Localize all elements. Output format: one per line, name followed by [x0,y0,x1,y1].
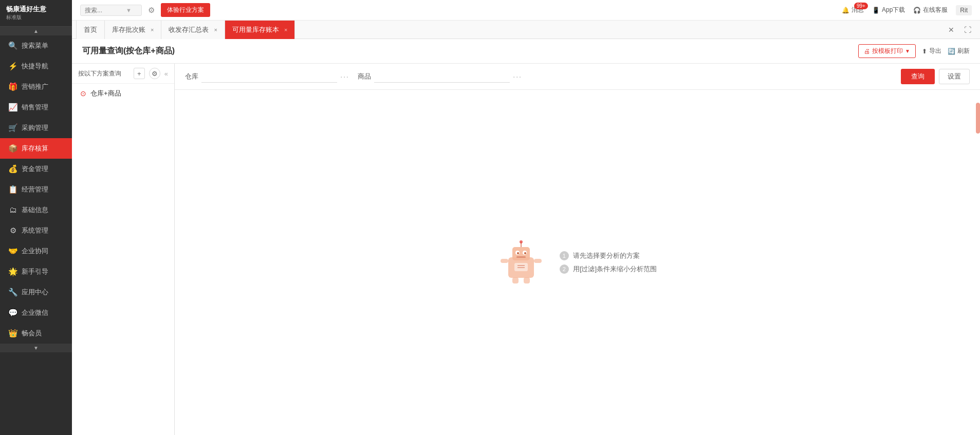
sidebar-item-system[interactable]: ⚙ 系统管理 [0,220,72,241]
warehouse-label: 仓库 [185,72,198,81]
tabs-bar: 首页库存批次账×收发存汇总表×可用量库存账本× ✕ ⛶ [72,21,980,39]
scheme-panel-title: 按以下方案查询 [78,69,130,78]
refresh-label: 刷新 [957,47,970,55]
maximize-window-btn[interactable]: ⛶ [961,24,974,36]
refresh-icon: 🔄 [948,48,955,55]
sidebar-item-wechat[interactable]: 💬 企业微信 [0,302,72,323]
tab-close-available-stock[interactable]: × [284,27,287,33]
export-icon: ⬆ [922,48,927,55]
sidebar-item-guide[interactable]: 🌟 新手引导 [0,261,72,282]
sidebar-item-sales[interactable]: 📈 销售管理 [0,97,72,118]
export-btn[interactable]: ⬆ 导出 [922,47,941,55]
tab-label-batch-account: 库存批次账 [112,25,145,34]
right-scrollbar[interactable] [976,103,980,134]
sidebar-item-basic[interactable]: 🗂 基础信息 [0,200,72,220]
notification-btn[interactable]: 🔔 消息 99+ [842,6,864,14]
gear-icon[interactable]: ⚙ [148,6,155,15]
industry-btn[interactable]: 体验行业方案 [161,3,210,17]
close-window-btn[interactable]: ✕ [945,24,957,36]
sidebar-scroll-up[interactable]: ▲ [0,27,72,35]
scheme-icon: ⊙ [80,89,86,98]
query-btn[interactable]: 查询 [901,69,935,84]
sidebar-label-guide: 新手引导 [22,267,48,276]
search-input[interactable] [85,7,126,14]
tab-batch-account[interactable]: 库存批次账× [105,21,161,39]
sidebar-item-enterprise[interactable]: 🤝 企业协同 [0,241,72,261]
tab-label-available-stock: 可用量库存账本 [232,25,279,34]
sidebar-label-marketing: 营销推广 [22,82,48,91]
empty-tips: 1 请先选择要分析的方案 2 用[过滤]条件来缩小分析范围 [560,249,657,276]
sidebar-icon-operations: 📋 [8,185,17,194]
tab-close-batch-account[interactable]: × [151,27,154,33]
add-scheme-btn[interactable]: + [134,68,145,79]
sidebar: 畅康通好生意 标准版 ▲ 🔍 搜索菜单 ⚡ 快捷导航 🎁 营销推广 📈 销售管理… [0,0,72,435]
sidebar-icon-wechat: 💬 [8,308,17,317]
content-area: 按以下方案查询 + ⚙ « ⊙ 仓库+商品 仓库 ··· [72,64,980,435]
sidebar-item-operations[interactable]: 📋 经营管理 [0,179,72,200]
product-filter: 商品 ··· [358,70,522,83]
sidebar-item-finance[interactable]: 💰 资金管理 [0,159,72,179]
main-content: ▼ ⚙ 体验行业方案 🔔 消息 99+ 📱 App下载 🎧 在线客服 Rit [72,0,980,435]
sidebar-label-member: 畅会员 [22,329,42,338]
svg-point-5 [524,252,526,254]
sidebar-icon-app-center: 🔧 [8,288,17,297]
sidebar-icon-finance: 💰 [8,164,17,174]
app-download-label: App下载 [882,6,905,14]
scheme-settings-btn[interactable]: ⚙ [149,68,160,79]
search-box[interactable]: ▼ [80,5,142,16]
user-menu-btn[interactable]: Rit [956,5,972,15]
refresh-btn[interactable]: 🔄 刷新 [948,47,970,55]
tab-label-home: 首页 [84,25,97,34]
product-picker-btn[interactable]: ··· [513,72,522,81]
template-print-btn[interactable]: 🖨 按模板打印 ▼ [858,44,916,58]
chevron-down-icon-print: ▼ [905,48,910,54]
sidebar-item-app-center[interactable]: 🔧 应用中心 [0,282,72,302]
sidebar-icon-system: ⚙ [8,226,17,235]
sidebar-icon-search: 🔍 [8,41,17,50]
tab-collect-summary[interactable]: 收发存汇总表× [161,21,225,39]
collapse-panel-btn[interactable]: « [164,70,168,78]
empty-state-inner: 1 请先选择要分析的方案 2 用[过滤]条件来缩小分析范围 [498,239,657,286]
sidebar-icon-basic: 🗂 [8,205,17,214]
settings-icon: ⚙ [152,70,158,78]
tab-label-collect-summary: 收发存汇总表 [169,25,209,34]
svg-rect-1 [512,247,530,260]
sidebar-item-inventory[interactable]: 📦 库存核算 [0,138,72,159]
window-controls: ✕ ⛶ [945,24,976,36]
warehouse-input[interactable] [201,70,337,83]
settings-btn[interactable]: 设置 [939,69,970,84]
sidebar-label-search: 搜索菜单 [22,41,48,50]
user-label: Rit [960,7,968,14]
app-download-btn[interactable]: 📱 App下载 [872,6,905,14]
headset-icon: 🎧 [913,7,921,14]
tab-close-collect-summary[interactable]: × [214,27,217,33]
sidebar-item-member[interactable]: 👑 畅会员 [0,323,72,344]
sidebar-icon-member: 👑 [8,329,17,338]
tab-home[interactable]: 首页 [76,21,105,39]
empty-state: 1 请先选择要分析的方案 2 用[过滤]条件来缩小分析范围 [175,90,980,435]
chevron-down-icon: ▼ [126,7,132,13]
scheme-panel-header: 按以下方案查询 + ⚙ « [72,64,174,84]
sidebar-icon-sales: 📈 [8,103,17,112]
tip-item-2: 2 用[过滤]条件来缩小分析范围 [560,262,657,276]
page-header: 可用量查询(按仓库+商品) 🖨 按模板打印 ▼ ⬆ 导出 🔄 刷新 [72,39,980,64]
sidebar-icon-quick-nav: ⚡ [8,62,17,71]
tab-available-stock[interactable]: 可用量库存账本× [225,21,295,39]
online-service-btn[interactable]: 🎧 在线客服 [913,6,948,14]
svg-rect-13 [514,263,528,271]
scheme-item-warehouse-product[interactable]: ⊙ 仓库+商品 [72,84,174,103]
sidebar-scroll-down[interactable]: ▼ [0,344,72,352]
page-title: 可用量查询(按仓库+商品) [82,46,175,56]
sidebar-label-finance: 资金管理 [22,164,48,174]
app-subtitle: 标准版 [6,14,66,21]
sidebar-item-quick-nav[interactable]: ⚡ 快捷导航 [0,56,72,77]
sidebar-label-inventory: 库存核算 [22,144,48,153]
warehouse-picker-btn[interactable]: ··· [340,72,349,81]
sidebar-item-marketing[interactable]: 🎁 营销推广 [0,77,72,97]
tip-1-text: 请先选择要分析的方案 [573,249,640,262]
sidebar-item-purchase[interactable]: 🛒 采购管理 [0,118,72,138]
sidebar-label-sales: 销售管理 [22,103,48,112]
svg-rect-11 [512,277,519,283]
sidebar-item-search[interactable]: 🔍 搜索菜单 [0,35,72,56]
product-input[interactable] [374,70,510,83]
